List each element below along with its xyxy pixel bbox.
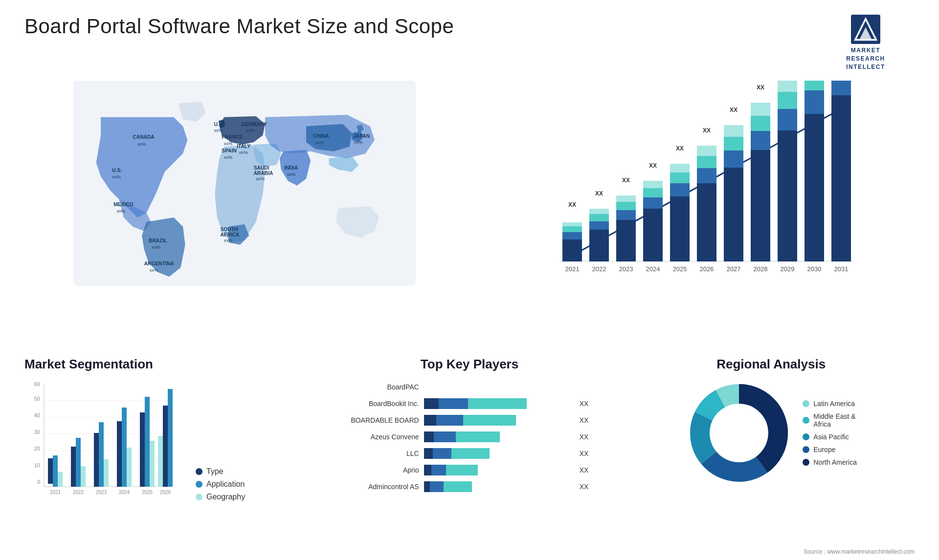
type-label: Type [206,467,224,476]
world-map-container: CANADA xx% U.S. xx% MEXICO xx% BRAZIL xx… [24,81,465,286]
svg-text:xx%: xx% [224,155,233,160]
player-name: Admincontrol AS [336,483,419,491]
svg-text:xx%: xx% [256,177,265,182]
legend-north-america: North America [803,458,857,466]
svg-rect-138 [158,436,163,487]
svg-text:U.S.: U.S. [112,168,122,173]
svg-text:2022: 2022 [592,265,606,273]
svg-rect-126 [104,459,109,487]
svg-text:2025: 2025 [142,490,153,495]
svg-rect-46 [589,214,609,221]
middle-east-label: Middle East &Africa [813,412,855,428]
bar-light [451,448,490,459]
svg-rect-47 [589,209,609,214]
bar-dark [424,481,430,492]
svg-text:SAUDI: SAUDI [254,165,269,171]
donut-chart-svg [685,379,793,487]
header: Board Portal Software Market Size and Sc… [24,15,915,71]
svg-text:xx%: xx% [224,238,233,243]
svg-text:BRAZIL: BRAZIL [149,238,167,244]
svg-rect-66 [697,156,716,168]
svg-rect-49 [616,220,636,261]
svg-text:2028: 2028 [754,265,768,273]
svg-rect-75 [751,131,770,150]
svg-text:xx%: xx% [137,142,146,147]
player-bars [424,398,571,409]
svg-rect-72 [724,125,743,137]
page-title: Board Portal Software Market Size and Sc… [24,15,454,38]
svg-rect-56 [643,188,663,197]
source-text: Source : www.marketresearchintellect.com [804,548,915,555]
logo-text: MARKETRESEARCHINTELLECT [846,46,885,71]
svg-text:2023: 2023 [619,265,633,273]
svg-rect-40 [562,232,582,239]
svg-text:20: 20 [34,446,40,452]
svg-rect-54 [643,209,663,261]
player-name: BoardBookit Inc. [336,400,419,408]
svg-rect-74 [751,150,770,261]
svg-rect-59 [670,196,690,261]
legend-latin-america: Latin America [803,400,857,408]
player-xx: XX [580,466,589,474]
svg-point-146 [711,405,767,461]
player-xx: XX [580,433,589,441]
svg-rect-57 [643,181,663,188]
player-xx: XX [580,416,589,424]
legend-asia-pacific: Asia Pacific [803,433,857,441]
svg-rect-86 [831,95,851,261]
svg-text:0: 0 [37,479,40,485]
svg-rect-62 [670,164,690,172]
bar-mid [430,481,444,492]
svg-rect-122 [81,466,86,487]
svg-rect-84 [805,90,824,114]
svg-rect-51 [616,202,636,210]
svg-rect-52 [616,195,636,202]
seg-chart-container: 0 10 20 30 40 50 60 [24,379,312,501]
svg-text:ITALY: ITALY [237,144,250,150]
player-row: Admincontrol AS XX [336,481,604,492]
svg-text:40: 40 [34,412,40,418]
player-bars [424,415,571,426]
svg-text:XX: XX [568,201,576,208]
application-dot [196,481,202,488]
svg-text:JAPAN: JAPAN [353,133,370,139]
svg-text:2026: 2026 [700,265,714,273]
svg-rect-81 [778,92,797,109]
regional-content: Latin America Middle East &Africa Asia P… [627,379,915,487]
donut-container [685,379,793,487]
svg-rect-60 [670,183,690,196]
player-bars [424,382,571,392]
north-america-dot [803,459,809,466]
map-section: CANADA xx% U.S. xx% MEXICO xx% BRAZIL xx… [24,81,465,347]
svg-text:xx%: xx% [150,268,158,273]
asia-pacific-dot [803,433,809,440]
bar-light [456,431,500,442]
svg-text:2026: 2026 [160,490,171,495]
regional-analysis-section: Regional Analysis [627,357,915,487]
svg-text:2029: 2029 [781,265,795,273]
svg-text:XX: XX [649,162,657,169]
svg-text:2031: 2031 [834,265,849,273]
player-row: Aprio XX [336,465,604,475]
europe-dot [803,446,809,453]
svg-text:2027: 2027 [727,265,741,273]
player-row: BOARDABLE BOARD XX [336,415,604,426]
svg-text:2030: 2030 [807,265,822,273]
svg-rect-130 [127,448,132,487]
svg-text:FRANCE: FRANCE [222,135,243,140]
svg-rect-41 [562,226,582,232]
player-name: LLC [336,450,419,457]
svg-rect-61 [670,172,690,183]
bar-dark [424,465,431,475]
main-content: CANADA xx% U.S. xx% MEXICO xx% BRAZIL xx… [24,81,915,560]
svg-rect-125 [99,422,104,487]
svg-rect-83 [805,114,824,261]
svg-rect-44 [589,230,609,261]
player-xx: XX [580,483,589,491]
market-segmentation-section: Market Segmentation 0 10 20 30 40 50 60 [24,357,312,501]
player-name: BOARDABLE BOARD [336,416,419,424]
bar-mid [439,398,468,409]
svg-rect-117 [53,455,58,487]
svg-rect-65 [697,168,716,183]
chart-section: XX XX XX [474,81,915,347]
